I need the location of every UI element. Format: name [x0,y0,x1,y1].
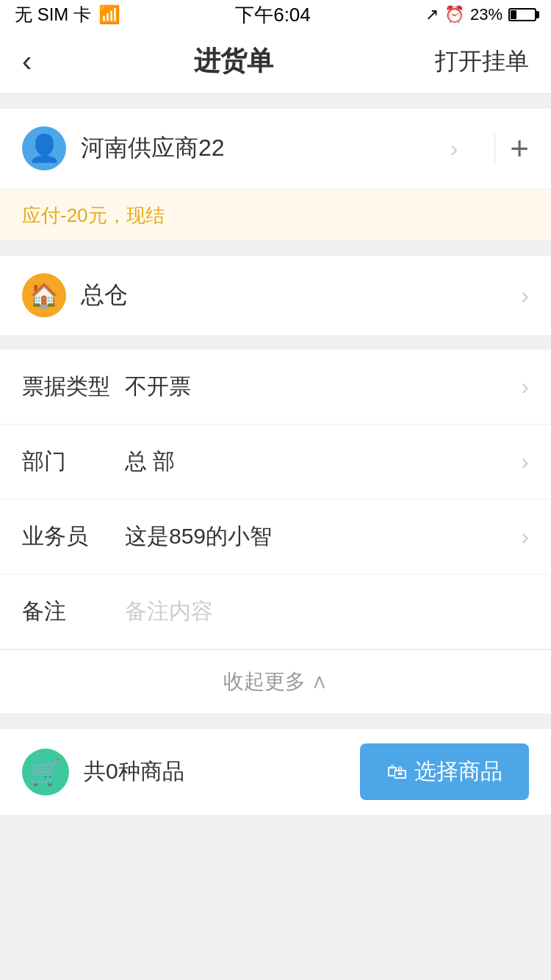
status-bar: 无 SIM 卡 📶 下午6:04 ↗ ⏰ 23% [0,0,551,29]
supplier-row[interactable]: 👤 河南供应商22 › + [0,109,551,189]
nav-bar: ‹ 进货单 打开挂单 [0,29,551,94]
back-button[interactable]: ‹ [22,45,32,78]
notice-bar: 应付-20元，现结 [0,189,551,241]
battery-icon [508,8,536,21]
supplier-divider [494,134,495,163]
remark-row[interactable]: 备注 备注内容 [0,574,551,649]
warehouse-name: 总仓 [81,279,521,311]
status-time: 下午6:04 [235,2,311,28]
department-label: 部门 [22,447,125,477]
collapse-bar[interactable]: 收起更多 ∧ [0,649,551,713]
salesperson-row[interactable]: 业务员 这是859的小智 › [0,500,551,574]
supplier-chevron-icon: › [450,135,458,162]
remark-label: 备注 [22,597,125,627]
form-section: 票据类型 不开票 › 部门 总 部 › 业务员 这是859的小智 › 备注 备注… [0,350,551,713]
battery-percent: 23% [470,5,503,24]
department-chevron-icon: › [521,448,529,475]
warehouse-chevron-icon: › [521,282,529,309]
select-goods-label: 选择商品 [414,757,503,787]
warehouse-section: 🏠 总仓 › [0,256,551,335]
salesperson-chevron-icon: › [521,523,529,550]
page-rest [0,815,551,980]
warehouse-icon: 🏠 [29,281,59,309]
invoice-type-chevron-icon: › [521,373,529,400]
add-supplier-button[interactable]: + [510,130,529,167]
divider-2 [0,335,551,350]
goods-icon-wrap: 🛒 [22,749,69,796]
supplier-name: 河南供应商22 [81,132,450,165]
wifi-icon: 📶 [98,4,120,25]
supplier-avatar: 👤 [22,126,66,170]
open-pending-button[interactable]: 打开挂单 [435,46,529,78]
bottom-bar: 🛒 共0种商品 🛍 选择商品 [0,728,551,815]
warehouse-row[interactable]: 🏠 总仓 › [0,256,551,335]
invoice-type-value: 不开票 [125,372,521,402]
divider-1 [0,241,551,256]
supplier-section: 👤 河南供应商22 › + 应付-20元，现结 [0,109,551,241]
remark-input[interactable]: 备注内容 [125,597,529,627]
user-icon: 👤 [28,133,61,164]
location-icon: ↗ [425,5,439,24]
goods-icon: 🛒 [30,757,61,787]
invoice-type-label: 票据类型 [22,372,125,402]
cart-add-icon: 🛍 [386,760,407,784]
salesperson-value: 这是859的小智 [125,522,521,552]
warehouse-icon-wrap: 🏠 [22,273,66,317]
goods-count: 共0种商品 [84,757,360,787]
invoice-type-row[interactable]: 票据类型 不开票 › [0,350,551,425]
notice-text: 应付-20元，现结 [22,204,165,226]
department-row[interactable]: 部门 总 部 › [0,425,551,500]
page-title: 进货单 [194,43,273,79]
select-goods-button[interactable]: 🛍 选择商品 [360,743,529,800]
alarm-icon: ⏰ [444,5,464,24]
status-left: 无 SIM 卡 📶 [15,3,120,26]
salesperson-label: 业务员 [22,522,125,552]
status-right: ↗ ⏰ 23% [425,5,536,24]
collapse-text: 收起更多 ∧ [223,668,328,696]
department-value: 总 部 [125,447,521,477]
divider-top [0,94,551,109]
carrier-text: 无 SIM 卡 [15,3,91,26]
